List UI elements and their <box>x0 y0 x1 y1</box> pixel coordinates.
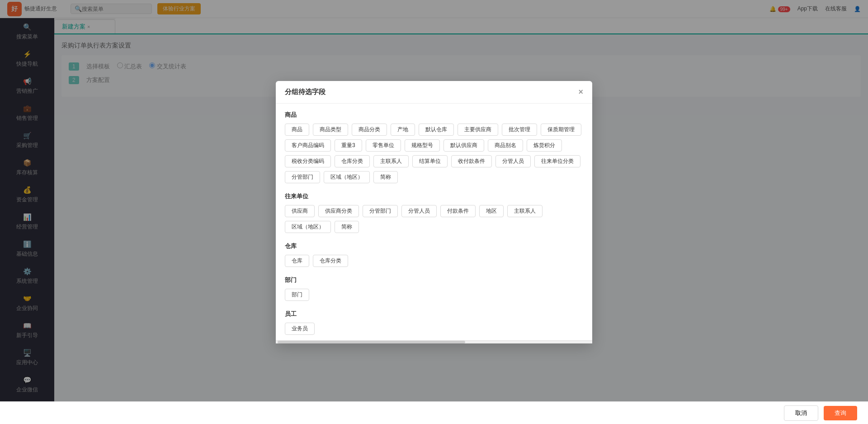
bottom-bar: 取消 查询 <box>0 401 868 424</box>
field-tag-product-16[interactable]: 仓库分类 <box>335 155 370 167</box>
field-tag-product-22[interactable]: 分管部门 <box>285 171 320 183</box>
field-tag-partner-7[interactable]: 区域（地区） <box>285 221 331 233</box>
bottom-cancel-button[interactable]: 取消 <box>784 405 818 421</box>
field-tag-employee-0[interactable]: 业务员 <box>285 323 315 335</box>
field-tag-product-1[interactable]: 商品类型 <box>313 124 348 136</box>
field-tag-product-17[interactable]: 主联系人 <box>373 155 409 167</box>
field-tag-product-11[interactable]: 规格型号 <box>405 139 440 152</box>
modal-scroll-thumb <box>278 341 465 343</box>
modal-body: 商品商品商品类型商品分类产地默认仓库主要供应商批次管理保质期管理客户商品编码重量… <box>276 104 592 340</box>
field-tag-product-24[interactable]: 简称 <box>373 171 398 183</box>
field-tag-product-12[interactable]: 默认供应商 <box>443 139 484 152</box>
field-tag-product-4[interactable]: 默认仓库 <box>419 124 454 136</box>
field-tag-warehouse-1[interactable]: 仓库分类 <box>313 255 348 267</box>
field-tag-product-3[interactable]: 产地 <box>391 124 415 136</box>
field-tag-partner-5[interactable]: 地区 <box>479 205 504 217</box>
field-tag-product-18[interactable]: 结算单位 <box>412 155 448 167</box>
field-tag-product-21[interactable]: 往来单位分类 <box>534 155 580 167</box>
modal-scroll-track[interactable] <box>276 340 592 343</box>
field-tags-employee: 业务员 <box>285 323 583 335</box>
field-tag-warehouse-0[interactable]: 仓库 <box>285 255 309 267</box>
field-tag-product-5[interactable]: 主要供应商 <box>458 124 498 136</box>
field-tag-product-20[interactable]: 分管人员 <box>495 155 531 167</box>
field-tag-product-14[interactable]: 炼货积分 <box>527 139 562 152</box>
field-tag-partner-6[interactable]: 主联系人 <box>507 205 542 217</box>
modal-header: 分组待选字段 × <box>276 81 592 104</box>
field-tag-product-13[interactable]: 商品别名 <box>488 139 523 152</box>
field-tag-partner-1[interactable]: 供应商分类 <box>318 205 359 217</box>
field-tag-product-6[interactable]: 批次管理 <box>502 124 537 136</box>
field-tags-product: 商品商品类型商品分类产地默认仓库主要供应商批次管理保质期管理客户商品编码重量3零… <box>285 124 583 183</box>
field-tag-product-0[interactable]: 商品 <box>285 124 309 136</box>
section-partner: 往来单位供应商供应商分类分管部门分管人员付款条件地区主联系人区域（地区）简称 <box>285 192 583 233</box>
field-tag-department-0[interactable]: 部门 <box>285 289 309 301</box>
bottom-confirm-button[interactable]: 查询 <box>824 406 857 420</box>
field-tags-warehouse: 仓库仓库分类 <box>285 255 583 267</box>
section-title-employee: 员工 <box>285 310 583 318</box>
field-tags-partner: 供应商供应商分类分管部门分管人员付款条件地区主联系人区域（地区）简称 <box>285 205 583 233</box>
field-tag-product-15[interactable]: 税收分类编码 <box>285 155 331 167</box>
section-department: 部门部门 <box>285 276 583 301</box>
field-tag-partner-2[interactable]: 分管部门 <box>363 205 398 217</box>
field-tag-product-9[interactable]: 重量3 <box>335 139 362 152</box>
field-tag-product-2[interactable]: 商品分类 <box>352 124 387 136</box>
modal-title: 分组待选字段 <box>285 88 326 96</box>
field-tag-product-19[interactable]: 收付款条件 <box>451 155 492 167</box>
section-title-partner: 往来单位 <box>285 192 583 200</box>
modal: 分组待选字段 × 商品商品商品类型商品分类产地默认仓库主要供应商批次管理保质期管… <box>276 81 592 343</box>
field-tag-partner-3[interactable]: 分管人员 <box>401 205 437 217</box>
field-tags-department: 部门 <box>285 289 583 301</box>
field-tag-product-23[interactable]: 区域（地区） <box>324 171 370 183</box>
section-title-department: 部门 <box>285 276 583 284</box>
field-tag-partner-8[interactable]: 简称 <box>335 221 359 233</box>
field-tag-product-10[interactable]: 零售单位 <box>366 139 401 152</box>
field-tag-product-7[interactable]: 保质期管理 <box>541 124 581 136</box>
modal-close-button[interactable]: × <box>578 87 583 97</box>
section-title-warehouse: 仓库 <box>285 242 583 250</box>
field-tag-product-8[interactable]: 客户商品编码 <box>285 139 331 152</box>
section-product: 商品商品商品类型商品分类产地默认仓库主要供应商批次管理保质期管理客户商品编码重量… <box>285 111 583 183</box>
section-title-product: 商品 <box>285 111 583 119</box>
field-tag-partner-0[interactable]: 供应商 <box>285 205 315 217</box>
field-tag-partner-4[interactable]: 付款条件 <box>440 205 476 217</box>
modal-overlay: 分组待选字段 × 商品商品商品类型商品分类产地默认仓库主要供应商批次管理保质期管… <box>0 0 868 424</box>
section-warehouse: 仓库仓库仓库分类 <box>285 242 583 267</box>
section-employee: 员工业务员 <box>285 310 583 335</box>
